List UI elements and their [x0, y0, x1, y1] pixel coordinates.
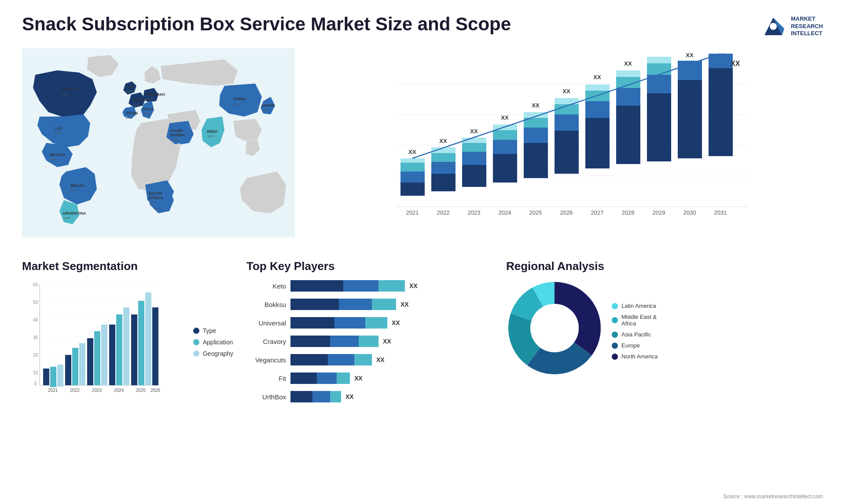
logo-area: MARKET RESEARCH INTELLECT — [760, 13, 823, 40]
svg-text:xx%: xx% — [208, 134, 214, 138]
donut-chart-container — [506, 280, 603, 378]
page-title: Snack Subscription Box Service Market Si… — [22, 13, 511, 35]
svg-text:XX: XX — [439, 138, 447, 144]
player-bar-fit: XX — [290, 372, 493, 384]
svg-text:2024: 2024 — [114, 388, 124, 393]
svg-rect-146 — [152, 307, 158, 385]
segmentation-title: Market Segmentation — [22, 259, 233, 273]
svg-rect-128 — [57, 365, 63, 387]
legend-apac-label: Asia Pacific — [621, 331, 651, 338]
legend-type: Type — [193, 327, 233, 334]
players-list: Keto XX Bokksu — [246, 280, 493, 403]
svg-text:XX: XX — [624, 60, 632, 67]
svg-text:2029: 2029 — [653, 209, 665, 216]
svg-text:JAPAN: JAPAN — [261, 103, 275, 108]
svg-text:CHINA: CHINA — [233, 97, 246, 101]
svg-rect-101 — [678, 80, 702, 158]
legend-latin-america-dot — [612, 303, 618, 309]
svg-text:2025: 2025 — [136, 388, 146, 393]
player-fit: Fit XX — [246, 372, 493, 384]
svg-text:ARGENTINA: ARGENTINA — [62, 211, 86, 215]
world-map-section: CANADA xx% U.S. xx% MEXICO xx% BRAZIL xx… — [22, 48, 295, 251]
svg-rect-136 — [101, 325, 107, 385]
svg-text:U.S.: U.S. — [55, 126, 63, 131]
svg-rect-105 — [709, 68, 733, 156]
svg-rect-55 — [431, 153, 456, 162]
svg-text:xx%: xx% — [143, 112, 150, 116]
svg-text:20: 20 — [33, 353, 38, 358]
svg-text:XX: XX — [731, 60, 740, 67]
svg-rect-53 — [431, 174, 456, 191]
player-bar-bokksu: XX — [290, 298, 493, 310]
svg-text:2021: 2021 — [48, 388, 58, 393]
svg-text:2026: 2026 — [560, 209, 573, 216]
svg-rect-71 — [524, 143, 548, 178]
legend-application-dot — [193, 339, 199, 345]
svg-text:2023: 2023 — [92, 388, 102, 393]
svg-text:XX: XX — [470, 128, 478, 135]
svg-text:50: 50 — [33, 300, 38, 305]
svg-rect-97 — [647, 63, 671, 75]
player-name-cravory: Cravory — [246, 338, 286, 345]
svg-text:xx%: xx% — [126, 116, 132, 120]
svg-text:ARABIA: ARABIA — [169, 133, 185, 137]
regional-title: Regional Analysis — [506, 259, 823, 273]
svg-text:xx%: xx% — [70, 188, 77, 192]
key-players-section: Top Key Players Keto XX Bokksu — [246, 259, 493, 409]
world-map-svg: CANADA xx% U.S. xx% MEXICO xx% BRAZIL xx… — [22, 48, 295, 237]
svg-rect-65 — [493, 154, 517, 183]
legend-europe-dot — [612, 343, 618, 349]
player-bar-universal: XX — [290, 317, 493, 329]
page-container: Snack Subscription Box Service Market Si… — [0, 0, 845, 504]
svg-text:xx%: xx% — [149, 201, 156, 205]
svg-text:XX: XX — [686, 53, 694, 58]
svg-rect-98 — [647, 57, 671, 63]
legend-apac-dot — [612, 332, 618, 338]
svg-text:xx%: xx% — [172, 138, 178, 142]
svg-text:2027: 2027 — [591, 209, 604, 216]
svg-text:xx%: xx% — [262, 108, 268, 112]
svg-text:xx%: xx% — [63, 216, 70, 220]
svg-rect-132 — [79, 343, 85, 385]
source-text: Source : www.marketresearchintellect.com — [723, 493, 823, 500]
legend-north-america: North America — [612, 353, 658, 360]
logo-text: MARKET RESEARCH INTELLECT — [791, 15, 823, 38]
player-bar-urthbox: XX — [290, 391, 493, 403]
player-bar-cravory: XX — [290, 335, 493, 347]
legend-application: Application — [193, 339, 233, 346]
player-keto: Keto XX — [246, 280, 493, 292]
svg-text:xx%: xx% — [126, 89, 132, 93]
segmentation-chart-svg: 60 50 40 30 20 10 0 — [22, 280, 163, 394]
player-name-universal: Universal — [246, 319, 286, 327]
svg-rect-77 — [555, 131, 579, 174]
svg-text:xx%: xx% — [55, 131, 62, 135]
svg-text:AFRICA: AFRICA — [148, 196, 163, 200]
svg-rect-143 — [138, 301, 144, 385]
svg-text:xx%: xx% — [234, 102, 241, 106]
svg-rect-131 — [72, 348, 78, 385]
svg-rect-142 — [131, 314, 137, 385]
svg-text:SOUTH: SOUTH — [148, 191, 162, 196]
svg-text:xx%: xx% — [62, 92, 68, 96]
svg-text:30: 30 — [33, 335, 38, 340]
brand-logo-icon — [760, 13, 786, 40]
legend-latin-america-label: Latin America — [621, 303, 656, 309]
legend-geography: Geography — [193, 350, 233, 357]
svg-point-153 — [530, 304, 579, 352]
legend-latin-america: Latin America — [612, 303, 658, 309]
svg-rect-92 — [616, 70, 640, 77]
svg-text:XX: XX — [408, 149, 416, 155]
svg-text:10: 10 — [33, 370, 38, 375]
player-bar-vegancuts: XX — [290, 354, 493, 366]
svg-rect-83 — [585, 118, 610, 168]
svg-text:2023: 2023 — [468, 209, 481, 216]
svg-text:XX: XX — [593, 74, 601, 80]
svg-rect-49 — [400, 163, 425, 172]
regional-legend: Latin America Middle East &Africa Asia P… — [612, 298, 658, 360]
svg-rect-54 — [431, 162, 456, 174]
svg-text:60: 60 — [33, 282, 38, 287]
player-bar-keto: XX — [290, 280, 493, 292]
svg-text:SPAIN: SPAIN — [126, 111, 138, 115]
svg-text:2031: 2031 — [714, 209, 727, 216]
segmentation-legend: Type Application Geography — [193, 280, 233, 396]
